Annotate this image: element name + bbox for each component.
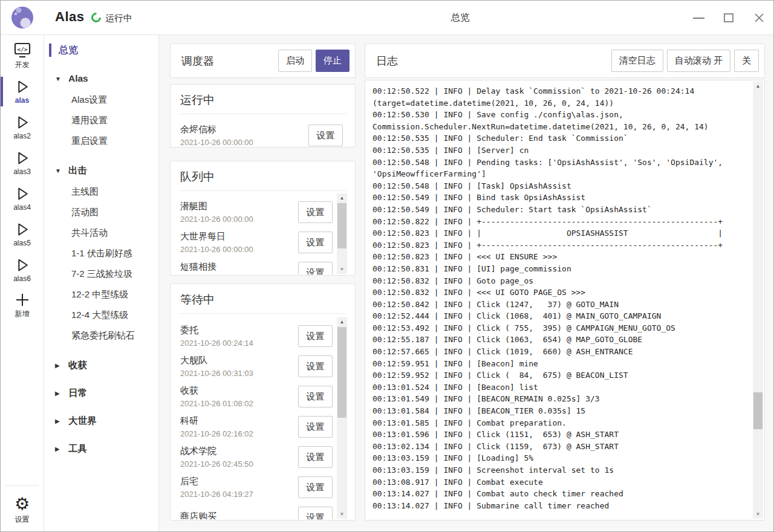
menu-subitem[interactable]: 12-2 中型练级 [44,284,158,305]
waiting-scrollbar[interactable]: ▲ ▼ [337,317,347,519]
scrollbar-thumb[interactable] [337,327,346,418]
menu-subitem[interactable]: 7-2 三战捡垃圾 [44,264,158,284]
task-settings-button[interactable]: 设置 [298,201,333,223]
menu-subitem[interactable]: 1-1 伏击刷好感 [44,243,158,264]
log-body[interactable]: 00:12:50.522 | INFO | Delay task `Commis… [372,85,750,517]
task-settings-button[interactable]: 设置 [298,507,333,519]
play-icon [14,221,30,238]
log-line: (target=datetime.datetime(2021, 10, 26, … [372,97,750,109]
rail-item-alas2[interactable]: alas2 [1,109,44,145]
scroll-up-icon[interactable]: ▲ [337,317,347,326]
start-button[interactable]: 启动 [278,50,312,72]
menu-subitem[interactable]: 紧急委托刷钻石 [44,325,158,346]
maximize-button[interactable] [723,12,735,24]
log-line: 00:12:50.535 | INFO | Scheduler: End tas… [372,132,750,144]
autoscroll-on-button[interactable]: 自动滚动 开 [667,50,730,72]
rail-item-alas5[interactable]: alas5 [1,216,44,252]
maximize-icon [724,13,733,22]
scrollbar-thumb[interactable] [337,203,346,248]
menu-group-label: 大世界 [68,415,97,427]
menu-group-opsi: ▶ 大世界 [44,412,158,429]
chevron-down-icon: ▼ [55,76,65,82]
log-line: 00:13:03.159 | INFO | Screenshot interva… [372,464,750,476]
task-settings-button[interactable]: 设置 [308,125,343,146]
menu-group-label: Alas [68,73,88,84]
rail-item-alas[interactable]: alas [1,74,44,109]
rail-item-alas6[interactable]: alas6 [1,252,44,288]
task-settings-button[interactable]: 设置 [298,416,333,438]
play-icon [14,150,30,166]
log-line: 00:12:55.187 | INFO | Click (1063, 654) … [372,334,750,346]
divider [179,114,347,114]
menu-subitem[interactable]: 活动图 [44,202,158,222]
task-row: 大世界每日 2021-10-26 00:00:00 设置 [180,227,333,258]
log-line: 00:12:53.492 | INFO | Click ( 755, 395) … [372,322,750,334]
scroll-down-icon[interactable]: ▼ [337,510,347,519]
pending-scrollbar[interactable]: ▲ ▼ [337,193,347,274]
minimize-button[interactable] [692,12,704,24]
scroll-down-icon[interactable]: ▼ [337,265,347,274]
log-line: 00:13:01.596 | INFO | Click (1151, 653) … [372,429,750,441]
menu-group-header-reward[interactable]: ▶ 收获 [44,357,158,374]
task-name: 潜艇图 [180,201,298,212]
task-settings-button[interactable]: 设置 [298,355,333,377]
task-settings-button[interactable]: 设置 [298,262,333,274]
task-info: 委托 2021-10-26 00:24:14 [180,325,298,348]
menu-group-header-alas[interactable]: ▼ Alas [44,70,158,87]
menu-group-header-tool[interactable]: ▶ 工具 [44,440,158,457]
task-row: 科研 2021-10-26 02:16:02 设置 [180,412,333,442]
menu-group-label: 工具 [68,443,87,455]
menu-group-header-sortie[interactable]: ▼ 出击 [44,162,158,179]
log-scrollbar[interactable]: ▲ ▼ [753,82,763,519]
chevron-down-icon: ▼ [55,167,65,174]
scroll-up-icon[interactable]: ▲ [337,193,347,203]
menu-subitem[interactable]: 12-4 大型练级 [44,305,158,325]
divider [179,313,347,314]
task-settings-button[interactable]: 设置 [298,446,333,468]
close-button[interactable] [753,12,765,24]
stop-button[interactable]: 停止 [316,50,350,72]
app-window: Alas 运行中 总览 </> 开发 [0,0,774,532]
scroll-up-icon[interactable]: ▲ [753,82,763,91]
task-settings-button[interactable]: 设置 [298,232,333,253]
task-settings-button[interactable]: 设置 [298,386,333,407]
menu-subitem[interactable]: 共斗活动 [44,222,158,243]
pending-card: 队列中 潜艇图 2021-10-26 00:00:00 设置 [170,161,356,276]
task-time: 2021-10-26 02:45:50 [180,459,298,469]
rail-item-add[interactable]: 新增 [1,288,44,323]
log-line: 00:13:01.524 | INFO | [Beacon] list [372,381,750,394]
log-line: 00:12:50.823 | INFO | <<< UI ENSURE >>> [372,251,750,263]
log-line: 00:12:50.530 | INFO | Save config ./conf… [372,109,750,121]
scroll-down-icon[interactable]: ▼ [753,510,763,519]
autoscroll-off-button[interactable]: 关 [734,50,759,72]
menu-subitem[interactable]: 通用设置 [44,110,158,131]
log-line: 00:12:57.665 | INFO | Click (1019, 660) … [372,346,750,358]
task-info: 战术学院 2021-10-26 02:45:50 [180,446,298,469]
task-name: 战术学院 [180,446,298,457]
rail-item-dev[interactable]: </> 开发 [1,38,44,74]
top-bar: Alas 运行中 总览 [1,1,773,35]
task-settings-button[interactable]: 设置 [298,476,333,498]
rail-item-settings[interactable]: ⚙ 设置 [5,494,39,525]
menu-subitem[interactable]: Alas设置 [44,89,158,110]
rail-item-alas4[interactable]: alas4 [1,181,44,216]
task-time: 2021-10-26 00:00:00 [180,138,308,146]
menu-group-sortie: ▼ 出击 主线图 活动图 共斗活动 1-1 伏击刷好感 7-2 三战捡垃圾 12… [44,162,158,346]
menu-subitem[interactable]: 主线图 [44,181,158,202]
task-settings-button[interactable]: 设置 [298,325,333,347]
log-line: 00:12:50.535 | INFO | [Server] cn [372,144,750,157]
clear-log-button[interactable]: 清空日志 [611,50,663,72]
menu-group-header-opsi[interactable]: ▶ 大世界 [44,412,158,429]
rail-item-label: alas4 [13,203,31,212]
menu-item-overview[interactable]: 总览 [44,41,158,59]
menu-subitem[interactable]: 重启设置 [44,131,158,151]
menu-group-header-daily[interactable]: ▶ 日常 [44,384,158,401]
task-time: 2021-10-26 00:00:00 [180,215,298,224]
rail-item-label: alas [15,96,29,105]
task-row: 大舰队 2021-10-26 00:31:03 设置 [180,351,333,381]
menu-group-daily: ▶ 日常 [44,384,158,401]
log-line: 00:12:50.822 | INFO | +-----------------… [372,216,750,228]
task-row: 委托 2021-10-26 00:24:14 设置 [180,321,333,351]
scrollbar-thumb[interactable] [753,392,763,429]
rail-item-alas3[interactable]: alas3 [1,145,44,181]
